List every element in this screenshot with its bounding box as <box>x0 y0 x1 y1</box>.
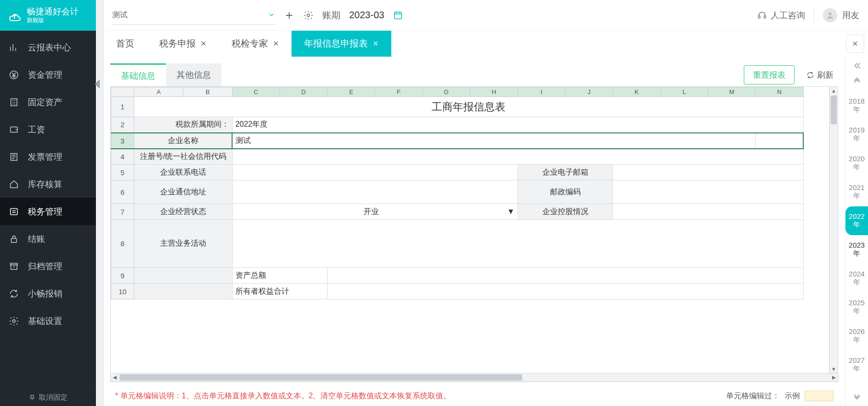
year-2019[interactable]: 2019年 <box>845 120 868 149</box>
horizontal-scrollbar[interactable]: ◀ ▶ <box>110 373 838 382</box>
col-header[interactable]: B <box>183 87 232 97</box>
cell-label[interactable]: 企业控股情况 <box>517 204 612 220</box>
tab-home[interactable]: 首页 <box>104 31 147 57</box>
row-header[interactable]: 10 <box>111 284 134 299</box>
scroll-up-rail-icon[interactable] <box>852 76 862 86</box>
cell-value[interactable] <box>613 204 803 220</box>
scroll-left-icon[interactable]: ◀ <box>111 374 118 381</box>
year-2026[interactable]: 2026年 <box>845 322 868 350</box>
cell-dropdown[interactable]: 开业▼ <box>232 204 517 220</box>
sidebar-item-fixed-assets[interactable]: 固定资产 <box>0 88 96 116</box>
col-header[interactable]: K <box>613 87 660 97</box>
cell-label[interactable]: 企业名称 <box>134 133 233 149</box>
refresh-button[interactable]: 刷新 <box>801 65 838 84</box>
col-header[interactable]: M <box>708 87 755 97</box>
user-menu[interactable]: 用友 <box>823 8 859 23</box>
year-2027[interactable]: 2027年 <box>845 350 868 379</box>
year-2020[interactable]: 2020年 <box>845 149 868 178</box>
close-icon[interactable]: ✕ <box>373 39 379 48</box>
reset-report-button[interactable]: 重置报表 <box>744 65 795 84</box>
year-2023[interactable]: 2023年 <box>845 235 868 264</box>
sidebar-item-fund[interactable]: 资金管理 <box>0 61 96 88</box>
cell-value[interactable]: 2022年度 <box>232 117 803 133</box>
cell-value[interactable] <box>232 180 517 204</box>
cell-label[interactable]: 企业电子邮箱 <box>517 165 612 180</box>
cell-value[interactable] <box>232 149 803 165</box>
scroll-down-rail-icon[interactable] <box>852 391 862 401</box>
cell-label[interactable]: 企业联系电话 <box>134 165 233 180</box>
sheet-grid[interactable]: A B C D E F G H I J K L <box>111 87 804 299</box>
cell-value[interactable]: 测试 <box>232 133 755 149</box>
col-header[interactable]: E <box>328 87 375 97</box>
col-header[interactable]: J <box>565 87 613 97</box>
cell-value[interactable] <box>613 180 803 204</box>
unpin-button[interactable]: 取消固定 <box>0 389 96 406</box>
sheet-title[interactable]: 工商年报信息表 <box>134 97 803 117</box>
close-all-tabs-button[interactable] <box>846 35 864 53</box>
scroll-down-icon[interactable]: ▼ <box>830 365 838 373</box>
vertical-scrollbar[interactable]: ▲ ▼ <box>829 87 838 373</box>
tab-tax-expert[interactable]: 税检专家✕ <box>219 31 292 57</box>
consult-button[interactable]: 人工咨询 <box>757 10 805 21</box>
year-2022[interactable]: 2022年 <box>845 206 868 235</box>
cell-value[interactable] <box>613 165 803 180</box>
select-all-corner[interactable] <box>111 87 134 97</box>
col-header[interactable]: G <box>422 87 470 97</box>
row-header[interactable]: 8 <box>111 220 134 268</box>
add-company-button[interactable] <box>284 10 294 21</box>
sidebar-item-report-center[interactable]: 云报表中心 <box>0 34 96 61</box>
company-settings-button[interactable] <box>303 10 314 21</box>
cell-label[interactable]: 注册号/统一社会信用代码 <box>134 149 233 165</box>
sidebar-item-settings[interactable]: 基础设置 <box>0 307 96 334</box>
cell-value[interactable] <box>328 268 803 284</box>
sidebar-item-tax[interactable]: 税务管理 <box>0 198 96 225</box>
close-icon[interactable]: ✕ <box>273 39 279 48</box>
close-icon[interactable]: ✕ <box>200 39 207 48</box>
sidebar-item-expense[interactable]: 小畅报销 <box>0 280 96 307</box>
sidebar-item-inventory[interactable]: 库存核算 <box>0 170 96 198</box>
year-2024[interactable]: 2024年 <box>845 264 868 293</box>
cell-label[interactable] <box>134 268 233 284</box>
cell-label[interactable]: 邮政编码 <box>517 180 612 204</box>
row-header[interactable]: 5 <box>111 165 134 180</box>
sidebar-collapse-handle[interactable] <box>96 0 104 406</box>
cell-label[interactable]: 企业经营状态 <box>134 204 233 220</box>
col-header[interactable]: L <box>660 87 708 97</box>
col-header[interactable]: N <box>756 87 803 97</box>
cell-label[interactable]: 税款所属期间： <box>134 117 233 133</box>
cell-label[interactable]: 资产总额 <box>232 268 327 284</box>
col-header[interactable]: H <box>470 87 517 97</box>
col-header[interactable]: F <box>375 87 422 97</box>
col-header[interactable]: A <box>134 87 183 97</box>
row-header[interactable]: 7 <box>111 204 134 220</box>
cell-label[interactable] <box>134 284 233 299</box>
cell-value[interactable] <box>232 165 517 180</box>
company-selector[interactable]: 测试 <box>112 6 275 25</box>
row-header[interactable]: 9 <box>111 268 134 284</box>
sidebar-item-closing[interactable]: 结账 <box>0 225 96 252</box>
cell-label[interactable]: 企业通信地址 <box>134 180 233 204</box>
cell-label[interactable]: 主营业务活动 <box>134 220 233 268</box>
row-header[interactable]: 6 <box>111 180 134 204</box>
row-header[interactable]: 1 <box>111 97 134 117</box>
scrollbar-thumb[interactable] <box>831 96 837 124</box>
row-header[interactable]: 2 <box>111 117 134 133</box>
col-header[interactable]: I <box>517 87 565 97</box>
year-2021[interactable]: 2021年 <box>845 178 868 206</box>
row-header[interactable]: 3 <box>111 133 134 149</box>
scroll-up-icon[interactable]: ▲ <box>830 87 838 95</box>
col-header[interactable]: C <box>232 87 280 97</box>
subtab-basic[interactable]: 基础信息 <box>110 63 166 86</box>
tab-tax-declare[interactable]: 税务申报✕ <box>147 31 219 57</box>
scroll-right-icon[interactable]: ▶ <box>830 374 838 381</box>
col-header[interactable]: D <box>280 87 327 97</box>
sidebar-item-invoice[interactable]: 发票管理 <box>0 143 96 170</box>
year-2025[interactable]: 2025年 <box>845 293 868 322</box>
cell-label[interactable]: 所有者权益合计 <box>232 284 327 299</box>
scrollbar-thumb[interactable] <box>119 374 522 381</box>
row-header[interactable]: 4 <box>111 149 134 165</box>
cell-value[interactable] <box>328 284 803 299</box>
year-2018[interactable]: 2018年 <box>845 91 868 120</box>
cell-value[interactable] <box>232 220 803 268</box>
collapse-rail-icon[interactable] <box>852 60 862 71</box>
